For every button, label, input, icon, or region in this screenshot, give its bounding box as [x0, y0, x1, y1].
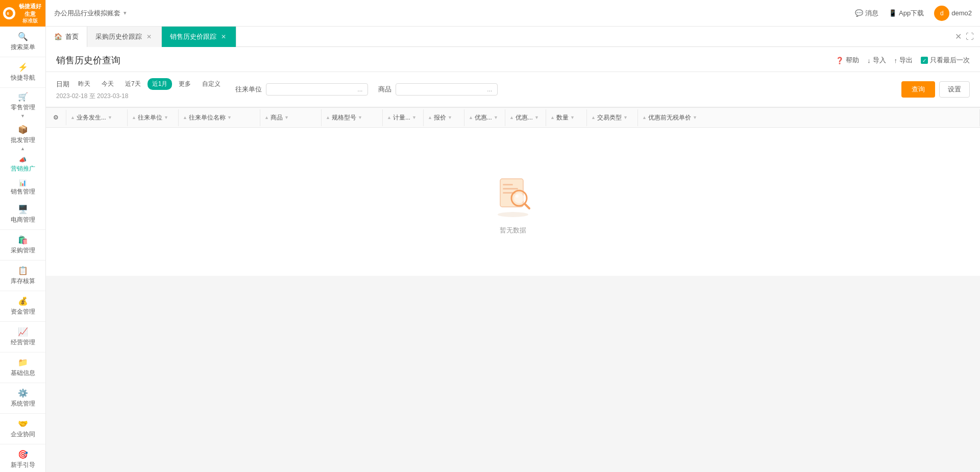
sidebar-item-enterprise-collab[interactable]: 🤝 企业协同	[0, 414, 45, 444]
top-header: 办公用品行业模拟账套 ▾ 💬 消息 📱 App下载 d demo2	[46, 0, 980, 27]
sort-up-icon-pref1: ▲	[469, 115, 473, 120]
purchase-icon: 🛍️	[18, 235, 28, 245]
last-only-checkbox-icon: ✓	[921, 57, 928, 64]
tab-sales-history-close-icon[interactable]: ✕	[219, 33, 228, 41]
tab-purchase-history-close-icon[interactable]: ✕	[145, 33, 153, 41]
sidebar-item-newbie-label: 新手引导	[11, 461, 35, 469]
th-quote[interactable]: ▲ 报价 ▼	[424, 109, 464, 126]
sidebar-item-newbie[interactable]: 🎯 新手引导	[0, 444, 45, 472]
date-btn-7days[interactable]: 近7天	[120, 78, 145, 90]
main-area: 办公用品行业模拟账套 ▾ 💬 消息 📱 App下载 d demo2 🏠	[46, 0, 980, 472]
sort-down-icon: ▼	[108, 115, 112, 120]
th-pref1[interactable]: ▲ 优惠... ▼	[464, 109, 505, 126]
sidebar-item-purchase[interactable]: 🛍️ 采购管理	[0, 230, 45, 261]
partner-input-dots: ...	[357, 86, 362, 93]
user-profile-action[interactable]: d demo2	[934, 6, 972, 21]
sidebar-item-retail[interactable]: 🛒 零售管理 ▼	[0, 88, 45, 121]
date-btn-more[interactable]: 更多	[174, 78, 195, 90]
last-only-checkbox-label[interactable]: ✓ 只看最后一次	[921, 56, 970, 65]
import-action[interactable]: ↓ 导入	[867, 56, 886, 65]
date-btn-yesterday[interactable]: 昨天	[74, 78, 95, 90]
svg-line-9	[525, 204, 529, 208]
sidebar-item-system-label: 系统管理	[11, 399, 35, 408]
page-actions: ❓ 帮助 ↓ 导入 ↑ 导出 ✓ 只看最后一次	[836, 56, 970, 65]
date-btn-1month[interactable]: 近1月	[148, 78, 173, 90]
settings-button[interactable]: 设置	[939, 81, 970, 98]
wholesale-icon: 📦	[18, 125, 28, 134]
sidebar-item-wholesale[interactable]: 📦 批发管理 ▲	[0, 121, 45, 153]
app-tagline: 标准版	[17, 17, 42, 24]
th-product[interactable]: ▲ 商品 ▼	[260, 109, 322, 126]
download-icon: 📱	[889, 9, 897, 17]
sort-up-icon-unit-name: ▲	[183, 115, 187, 120]
sidebar-item-basic-info-label: 基础信息	[11, 369, 35, 377]
empty-illustration	[487, 169, 538, 220]
sidebar-item-inventory[interactable]: 📋 库存核算	[0, 261, 45, 291]
th-trade-type[interactable]: ▲ 交易类型 ▼	[587, 109, 638, 126]
import-icon: ↓	[867, 57, 871, 64]
sidebar-item-quick-nav[interactable]: ⚡ 快捷导航	[0, 57, 45, 88]
th-qty[interactable]: ▲ 数量 ▼	[546, 109, 587, 126]
date-range-display: 2023-02-18 至 2023-03-18	[56, 92, 225, 101]
date-btn-today[interactable]: 今天	[97, 78, 118, 90]
th-pref2[interactable]: ▲ 优惠... ▼	[505, 109, 546, 126]
tabs-bar: 🏠 首页 采购历史价跟踪 ✕ 销售历史价跟踪 ✕ ✕ ⛶	[46, 27, 980, 47]
th-trade-type-label: 交易类型	[597, 113, 622, 122]
th-spec[interactable]: ▲ 规格型号 ▼	[322, 109, 383, 126]
sidebar-item-inventory-label: 库存核算	[11, 277, 35, 286]
date-btn-custom[interactable]: 自定义	[198, 78, 225, 90]
th-unit[interactable]: ▲ 往来单位 ▼	[128, 109, 179, 126]
sort-down-icon-pref2: ▼	[534, 115, 539, 120]
sidebar-item-retail-label: 零售管理	[11, 103, 35, 112]
tab-sales-history[interactable]: 销售历史价跟踪 ✕	[162, 27, 236, 47]
th-unit-measure-label: 计量...	[393, 113, 410, 122]
app-download-action[interactable]: 📱 App下载	[889, 9, 924, 18]
sort-down-icon-pref-notax: ▼	[693, 115, 697, 120]
company-selector[interactable]: 办公用品行业模拟账套 ▾	[54, 9, 127, 18]
logo-icon: 6	[3, 7, 15, 19]
product-input-dots: ...	[487, 86, 492, 93]
tab-sales-history-label: 销售历史价跟踪	[170, 32, 216, 41]
sidebar-item-finance[interactable]: 💰 资金管理	[0, 291, 45, 322]
product-filter-group: 商品 ...	[378, 83, 498, 96]
tab-home[interactable]: 🏠 首页	[46, 27, 87, 47]
query-button[interactable]: 查询	[901, 81, 935, 98]
sidebar-item-ecommerce[interactable]: 🖥️ 电商管理	[0, 199, 45, 230]
th-biz-date[interactable]: ▲ 业务发生... ▼	[66, 109, 128, 126]
th-pref-notax[interactable]: ▲ 优惠前无税单价 ▼	[638, 109, 980, 126]
th-biz-date-label: 业务发生...	[77, 113, 106, 122]
sidebar-item-system[interactable]: ⚙️ 系统管理	[0, 383, 45, 414]
sort-up-icon-pref-notax: ▲	[642, 115, 647, 120]
sort-down-icon-spec: ▼	[358, 115, 362, 120]
sidebar-item-sales[interactable]: 📊 销售管理	[0, 176, 45, 199]
empty-text: 暂无数据	[500, 226, 526, 235]
svg-rect-5	[503, 188, 518, 190]
sidebar-item-enterprise-collab-label: 企业协同	[11, 430, 35, 439]
import-label: 导入	[873, 56, 886, 65]
newbie-icon: 🎯	[18, 450, 28, 459]
tab-fullscreen-icon[interactable]: ⛶	[966, 32, 974, 41]
th-settings[interactable]: ⚙	[46, 110, 66, 125]
product-filter-input[interactable]: ...	[396, 83, 498, 96]
help-action[interactable]: ❓ 帮助	[836, 56, 859, 65]
sidebar-item-basic-info[interactable]: 📁 基础信息	[0, 352, 45, 383]
th-pref1-label: 优惠...	[475, 113, 492, 122]
sidebar-item-search[interactable]: 🔍 搜索菜单	[0, 27, 45, 57]
tab-purchase-history[interactable]: 采购历史价跟踪 ✕	[87, 27, 162, 47]
header-left: 办公用品行业模拟账套 ▾	[54, 9, 127, 18]
tab-close-icon[interactable]: ✕	[955, 32, 962, 41]
svg-point-2	[498, 212, 528, 217]
th-unit-name[interactable]: ▲ 往来单位名称 ▼	[179, 109, 260, 126]
sidebar-item-operations[interactable]: 📈 经营管理	[0, 322, 45, 352]
th-unit-name-label: 往来单位名称	[189, 113, 226, 122]
th-unit-measure[interactable]: ▲ 计量... ▼	[383, 109, 424, 126]
sidebar-item-marketing[interactable]: 📣 营销推广	[0, 153, 45, 176]
partner-filter-input[interactable]: ...	[266, 83, 368, 96]
svg-point-10	[516, 195, 519, 198]
sort-down-icon-unit: ▼	[164, 115, 168, 120]
page-content: 销售历史价查询 ❓ 帮助 ↓ 导入 ↑ 导出 ✓ 只看最后一次	[46, 47, 980, 472]
empty-state: 暂无数据	[46, 128, 980, 276]
export-action[interactable]: ↑ 导出	[894, 56, 913, 65]
app-download-label: App下载	[899, 9, 924, 18]
message-action[interactable]: 💬 消息	[855, 9, 878, 18]
